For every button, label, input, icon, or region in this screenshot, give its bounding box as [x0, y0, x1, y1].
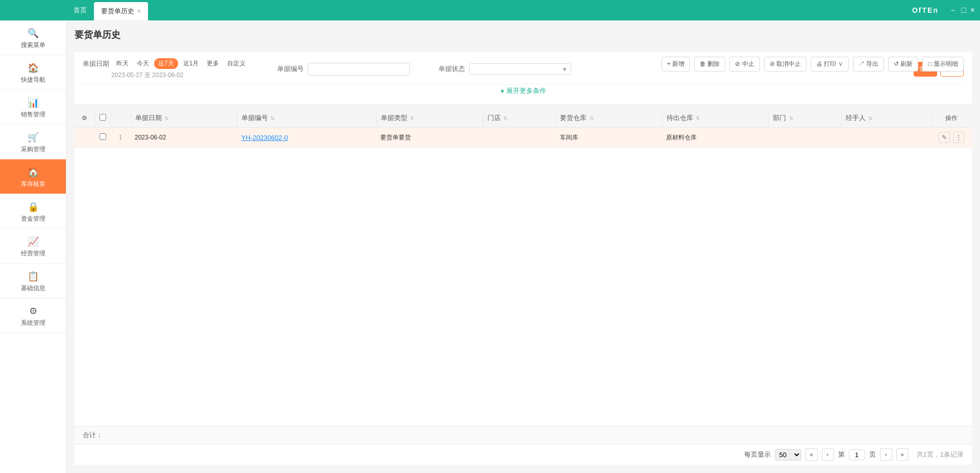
page-title: 要货单历史 — [75, 29, 120, 41]
sidebar-item-purchase[interactable]: 🛒 采购管理 — [0, 125, 66, 159]
select-all-checkbox[interactable] — [100, 114, 106, 121]
sidebar: 🔍 搜索菜单 🏠 快捷导航 📊 销售管理 🛒 采购管理 🏠 库存核算 🔒 资金管… — [0, 20, 66, 473]
sort-type-icon[interactable]: ⇅ — [410, 115, 414, 121]
content-area: 要货单历史 + 新增 🗑 删除 ⊘ 中止 ⊘ 取消中止 🖨 打印 ∨ ↗ 导出 … — [66, 20, 980, 473]
brand-text: OfTEn — [912, 6, 939, 14]
expand-more-button[interactable]: ▾ 展开更多条件 — [83, 84, 964, 98]
next-page-btn[interactable]: › — [880, 448, 892, 461]
sidebar-item-label-sales: 销售管理 — [21, 110, 45, 119]
sort-reqwh-icon[interactable]: ⇅ — [590, 115, 594, 121]
refresh-button[interactable]: ↺ 刷新 — [888, 57, 918, 72]
sort-towh-icon[interactable]: ⇅ — [696, 115, 700, 121]
stop-button[interactable]: ⊘ 中止 — [729, 57, 760, 72]
print-button[interactable]: 🖨 打印 ∨ — [811, 57, 849, 72]
sort-handler-icon[interactable]: ⇅ — [868, 115, 872, 121]
row-docno: YH-20230602-0 — [237, 128, 377, 148]
sidebar-item-finance[interactable]: 🔒 资金管理 — [0, 194, 66, 229]
sidebar-item-label-finance: 资金管理 — [21, 215, 45, 223]
col-type: 单据类型 ⇅ — [376, 109, 483, 128]
cancel-stop-button[interactable]: ⊘ 取消中止 — [764, 57, 806, 72]
sidebar-item-label-quick-nav: 快捷导航 — [21, 76, 45, 84]
display-detail-button[interactable]: □ 显示明细 — [922, 57, 964, 72]
row-dept — [769, 128, 842, 148]
close-tab-icon[interactable]: × — [137, 8, 141, 15]
row-reqwarehouse: 车间库 — [556, 128, 663, 148]
col-date: 单据日期 ⇅ — [131, 109, 237, 128]
tab-yaohuodan[interactable]: 要货单历史 × — [94, 2, 148, 20]
top-bar: 首页 要货单历史 × OfTEn － □ × — [0, 0, 980, 20]
row-more-icon[interactable]: ⋮ — [953, 132, 964, 143]
sidebar-item-operations[interactable]: 📈 经营管理 — [0, 229, 66, 264]
maximize-icon[interactable]: □ — [961, 6, 966, 15]
sort-docno-icon[interactable]: ⇅ — [271, 115, 275, 121]
sort-dept-icon[interactable]: ⇅ — [789, 115, 793, 121]
row-store — [483, 128, 556, 148]
shortcut-more[interactable]: 更多 — [204, 59, 222, 68]
sidebar-item-label-basic-info: 基础信息 — [21, 284, 45, 293]
purchase-icon: 🛒 — [28, 132, 39, 143]
table-container: ⚙ 单据日期 ⇅ 单据编号 ⇅ — [75, 109, 972, 444]
status-filter-select[interactable]: ▾ — [469, 63, 571, 75]
row-edit-icon[interactable]: ✎ — [939, 132, 950, 143]
sidebar-item-basic-info[interactable]: 📋 基础信息 — [0, 264, 66, 298]
pagination-summary: 共1页，1条记录 — [917, 450, 964, 459]
col-dept: 部门 ⇅ — [769, 109, 842, 128]
row-checkbox-cell — [95, 128, 110, 148]
first-page-btn[interactable]: « — [805, 448, 818, 461]
sales-icon: 📊 — [28, 97, 39, 108]
window-controls: OfTEn － □ × — [912, 0, 975, 20]
date-range-text: 2023-05-27 至 2023-06-02 — [111, 71, 249, 80]
shortcut-1month[interactable]: 近1月 — [180, 59, 202, 68]
docno-filter-input[interactable] — [308, 63, 410, 76]
col-settings[interactable]: ⚙ — [75, 109, 95, 128]
shortcut-today[interactable]: 今天 — [134, 59, 152, 68]
row-ops: ✎ ⋮ — [931, 128, 972, 148]
col-reqwarehouse: 要货仓库 ⇅ — [556, 109, 663, 128]
shortcut-7days[interactable]: 近7天 — [154, 58, 178, 69]
export-button[interactable]: ↗ 导出 — [853, 57, 884, 72]
table-spacer — [75, 148, 972, 426]
window-close-icon[interactable]: × — [970, 6, 975, 15]
status-filter-label: 单据状态 — [438, 64, 465, 74]
page-number-input[interactable] — [849, 450, 865, 460]
row-handler — [841, 128, 931, 148]
table-row: 1 2023-06-02 YH-20230602-0 要货单要货 车间库 原材料… — [75, 128, 972, 148]
sidebar-item-sales[interactable]: 📊 销售管理 — [0, 90, 66, 125]
date-filter-label: 单据日期 — [83, 59, 109, 68]
per-page-select[interactable]: 20 50 100 — [775, 449, 801, 461]
shortcut-custom[interactable]: 自定义 — [224, 59, 249, 68]
main-table: ⚙ 单据日期 ⇅ 单据编号 ⇅ — [75, 109, 972, 148]
shortcut-yesterday[interactable]: 昨天 — [113, 59, 132, 68]
sidebar-item-system[interactable]: ⚙ 系统管理 — [0, 298, 66, 333]
sort-date-icon[interactable]: ⇅ — [164, 115, 168, 121]
tab-home[interactable]: 首页 — [66, 0, 94, 20]
row-date: 2023-06-02 — [131, 128, 237, 148]
last-page-btn[interactable]: » — [896, 448, 909, 461]
sort-store-icon[interactable]: ⇅ — [503, 115, 507, 121]
page-suffix-label: 页 — [869, 450, 876, 459]
row-docno-link[interactable]: YH-20230602-0 — [241, 134, 288, 141]
new-button[interactable]: + 新增 — [662, 57, 690, 72]
chevron-down-icon: ▾ — [501, 87, 504, 95]
footer-total-label: 合计： — [83, 431, 103, 439]
delete-button[interactable]: 🗑 删除 — [694, 57, 725, 72]
row-checkbox[interactable] — [100, 133, 106, 140]
page-prefix-label: 第 — [838, 450, 845, 459]
sidebar-item-label-purchase: 采购管理 — [21, 145, 45, 154]
expand-more-label: 展开更多条件 — [506, 86, 546, 96]
sidebar-item-search-menu[interactable]: 🔍 搜索菜单 — [0, 20, 66, 55]
prev-page-btn[interactable]: ‹ — [822, 448, 834, 461]
sidebar-item-inventory[interactable]: 🏠 库存核算 — [0, 159, 66, 194]
page-header: 要货单历史 + 新增 🗑 删除 ⊘ 中止 ⊘ 取消中止 🖨 打印 ∨ ↗ 导出 … — [75, 29, 972, 47]
col-store: 门店 ⇅ — [483, 109, 556, 128]
operations-icon: 📈 — [28, 236, 39, 247]
row-type: 要货单要货 — [376, 128, 483, 148]
col-handler: 经手人 ⇅ — [841, 109, 931, 128]
sidebar-item-quick-nav[interactable]: 🏠 快捷导航 — [0, 55, 66, 90]
table-footer: 合计： — [75, 426, 972, 444]
col-checkbox — [95, 109, 110, 128]
sidebar-item-label-inventory: 库存核算 — [21, 180, 45, 188]
table-header-row: ⚙ 单据日期 ⇅ 单据编号 ⇅ — [75, 109, 972, 128]
sidebar-item-label-operations: 经营管理 — [21, 249, 45, 258]
minimize-icon[interactable]: － — [949, 5, 957, 16]
